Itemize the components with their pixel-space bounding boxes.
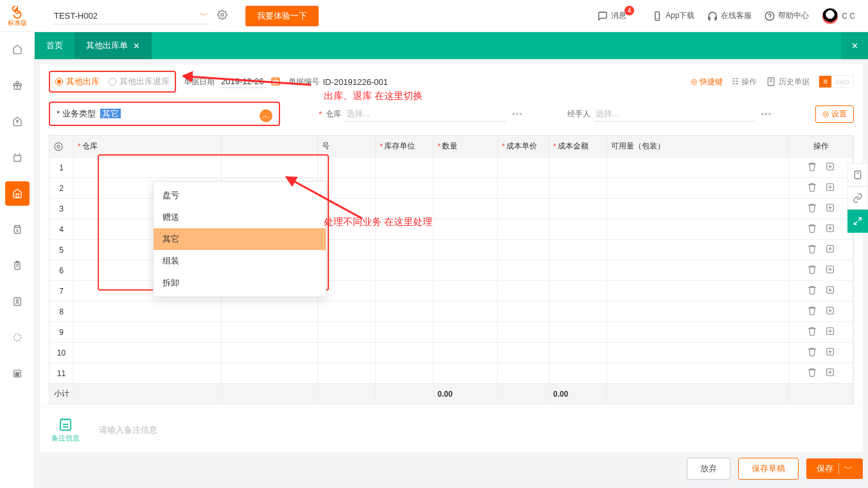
bill-date-field[interactable]: 单据日期 2019-12-26 [184,75,281,88]
nav-money-icon[interactable] [5,217,30,242]
add-row-icon[interactable] [825,244,835,256]
add-row-icon[interactable] [825,264,835,276]
delete-row-icon[interactable] [807,203,817,215]
col-ops: 操作 [789,136,853,157]
svg-rect-1 [655,12,660,20]
org-name: TEST-H002 [54,11,98,21]
nav-gift-icon[interactable] [5,73,30,98]
table-row[interactable]: 10 [49,342,853,363]
option-disassemble[interactable]: 拆卸 [154,272,326,294]
warehouse-select[interactable]: *仓库 ••• [319,106,567,122]
rail-expand-icon[interactable] [847,210,868,233]
nav-clipboard-icon[interactable] [5,253,30,278]
col-warehouse: *仓库 [74,136,222,157]
user-menu[interactable]: C C [822,8,855,24]
add-row-icon[interactable] [825,347,835,359]
radio-outbound[interactable]: 其他出库 [55,76,100,87]
list-view-icon: ≡ [819,76,831,87]
delete-row-icon[interactable] [807,244,817,256]
svg-point-26 [55,143,62,150]
more-icon[interactable]: ••• [512,109,523,119]
handler-select[interactable]: 经手人 ••• [567,106,816,122]
nav-process-icon[interactable] [5,325,30,350]
nav-home-icon[interactable] [5,37,30,62]
business-type-value: 其它 [100,109,121,118]
add-row-icon[interactable] [825,326,835,338]
svg-text:新: 新 [15,372,19,376]
delete-row-icon[interactable] [807,347,817,359]
help-link[interactable]: 帮助中心 [765,10,809,21]
option-gift[interactable]: 赠送 [154,206,326,228]
delete-row-icon[interactable] [807,264,817,276]
nav-bag-icon[interactable] [5,145,30,170]
shortcut-link[interactable]: ◎ 快捷键 [691,77,723,87]
svg-rect-18 [272,78,279,85]
nav-contacts-icon[interactable] [5,289,30,314]
outbound-type-radio-group: 其他出库 其他出库退库 [49,71,176,93]
col-unit: *库存单位 [376,136,434,157]
option-assemble[interactable]: 组装 [154,250,326,272]
operations-link[interactable]: ☷ 操作 [732,77,757,87]
app-download-link[interactable]: App下载 [652,10,695,21]
card-view-icon: ▭▭ [831,76,853,87]
option-other[interactable]: 其它 [154,228,326,250]
remark-input[interactable] [99,425,851,435]
col-cost: *成本单价 [498,136,549,157]
col-config-icon[interactable] [49,136,74,157]
close-icon[interactable]: ✕ [133,41,140,51]
table-row[interactable]: 1 [49,157,853,177]
messages-link[interactable]: 消息 4 [598,10,639,21]
settings-button[interactable]: ◎ 设置 [815,105,854,123]
tab-bar: 首页 其他出库单 ✕ ✕ [35,32,868,59]
add-row-icon[interactable] [825,161,835,174]
remark-section: 备注信息 [40,407,863,452]
svg-point-3 [766,12,774,20]
delete-row-icon[interactable] [807,367,817,379]
save-button[interactable]: 保存﹀ [806,458,863,479]
nav-new-icon[interactable]: 新 [5,361,30,386]
message-badge: 4 [624,6,634,15]
svg-rect-65 [855,171,860,179]
delete-row-icon[interactable] [807,305,817,318]
chevron-down-icon: ﹀ [200,10,208,21]
rail-note-icon[interactable] [847,163,868,186]
delete-row-icon[interactable] [807,182,817,194]
chevron-up-icon: ︿ [260,109,272,122]
tab-home[interactable]: 首页 [35,32,75,59]
delete-row-icon[interactable] [807,285,817,297]
org-selector[interactable]: TEST-H002 ﹀ [54,7,208,24]
tab-other-outbound[interactable]: 其他出库单 ✕ [75,32,152,59]
delete-row-icon[interactable] [807,326,817,338]
table-row[interactable]: 8 [49,301,853,321]
add-row-icon[interactable] [825,203,835,215]
business-type-select[interactable]: * 业务类型 其它 ︿ [49,102,280,126]
rail-link-icon[interactable] [847,186,868,210]
delete-row-icon[interactable] [807,223,817,235]
nav-upload-icon[interactable] [5,109,30,134]
save-draft-button[interactable]: 保存草稿 [738,458,799,480]
support-link[interactable]: 在线客服 [707,10,752,21]
discard-button[interactable]: 放弃 [687,458,731,480]
add-row-icon[interactable] [825,367,835,379]
add-row-icon[interactable] [825,182,835,194]
layout-toggle[interactable]: ≡ ▭▭ [819,75,854,88]
svg-rect-7 [13,156,21,161]
add-row-icon[interactable] [825,285,835,297]
history-link[interactable]: 历史单据 [766,77,810,87]
svg-point-25 [57,145,60,148]
gear-icon[interactable] [217,10,227,22]
nav-inventory-icon[interactable] [5,181,30,206]
subtotal-label: 小计 [49,384,74,404]
table-row[interactable]: 9 [49,321,853,342]
trial-button[interactable]: 我要体验一下 [245,6,319,26]
more-icon[interactable]: ••• [761,109,772,119]
option-shortage[interactable]: 盘亏 [154,185,326,206]
radio-return[interactable]: 其他出库退库 [109,76,170,87]
delete-row-icon[interactable] [807,161,817,174]
table-row[interactable]: 11 [49,363,853,383]
top-header: 标准版 TEST-H002 ﹀ 我要体验一下 消息 4 App下载 在线客服 [0,0,868,32]
radio-off-icon [109,78,116,86]
add-row-icon[interactable] [825,223,835,235]
add-row-icon[interactable] [825,305,835,318]
close-all-tabs[interactable]: ✕ [841,32,868,59]
